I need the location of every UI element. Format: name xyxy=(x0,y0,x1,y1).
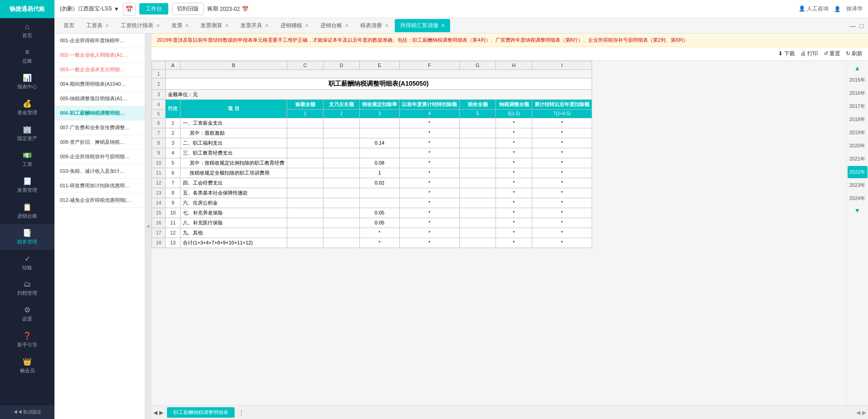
data-cell[interactable]: * xyxy=(400,188,460,198)
data-cell[interactable]: * xyxy=(496,208,532,218)
year-item-2021[interactable]: 2021年 xyxy=(848,153,868,165)
data-cell[interactable]: * xyxy=(532,128,592,138)
tab-salary-stats[interactable]: 工资统计报表 ✕ xyxy=(115,19,165,32)
sidebar-item-archive[interactable]: 🗂 归档管理 xyxy=(0,276,54,301)
spreadsheet-main[interactable]: A B C D E F G H I xyxy=(152,61,846,406)
data-cell[interactable] xyxy=(360,118,400,128)
sidebar-item-guide[interactable]: ❓ 新手引导 xyxy=(0,327,54,353)
data-cell[interactable] xyxy=(324,238,360,248)
data-cell[interactable]: * xyxy=(532,218,592,228)
data-cell[interactable] xyxy=(460,228,496,238)
data-cell[interactable]: * xyxy=(496,188,532,198)
data-cell[interactable]: * xyxy=(400,208,460,218)
data-cell[interactable]: * xyxy=(496,118,532,128)
data-cell[interactable] xyxy=(324,148,360,158)
sidebar-item-invoice[interactable]: 🧾 发票管理 xyxy=(0,172,54,198)
data-cell[interactable] xyxy=(460,208,496,218)
data-cell[interactable]: * xyxy=(360,238,400,248)
tab-close-icon[interactable]: ✕ xyxy=(185,23,189,28)
tab-tax-list[interactable]: 税表清册 ✕ xyxy=(355,19,394,32)
data-cell[interactable]: * xyxy=(496,158,532,168)
year-item-2019[interactable]: 2019年 xyxy=(848,127,868,139)
data-cell[interactable]: * xyxy=(532,138,592,148)
data-cell[interactable] xyxy=(287,168,324,178)
refresh-button[interactable]: ↻ 刷新 xyxy=(846,50,863,58)
tab-income-tax[interactable]: 所得税汇算清缴 ✕ xyxy=(395,19,450,32)
data-cell[interactable]: * xyxy=(532,208,592,218)
data-cell[interactable] xyxy=(460,138,496,148)
data-cell[interactable]: * xyxy=(532,118,592,128)
data-cell[interactable]: * xyxy=(496,228,532,238)
data-cell[interactable]: * xyxy=(496,168,532,178)
tab-close-icon[interactable]: ✕ xyxy=(385,23,388,28)
data-cell[interactable]: * xyxy=(400,138,460,148)
data-cell[interactable] xyxy=(324,118,360,128)
year-item-2023[interactable]: 2023年 xyxy=(848,179,868,191)
calendar-icon-btn[interactable]: 📅 xyxy=(123,3,136,15)
data-cell[interactable] xyxy=(460,218,496,228)
year-item-2018[interactable]: 2018年 xyxy=(848,113,868,126)
left-panel-item-003[interactable]: 003-一般企业成本支出明细… xyxy=(54,63,145,77)
download-button[interactable]: ⬇ 下载 xyxy=(778,50,795,58)
tab-close-icon[interactable]: ✕ xyxy=(305,23,309,28)
left-panel-item-005[interactable]: 005-纳税调整项目明细表(A1… xyxy=(54,92,145,106)
data-cell[interactable]: * xyxy=(360,228,400,238)
data-cell[interactable]: 1 xyxy=(360,168,400,178)
data-cell[interactable]: * xyxy=(532,158,592,168)
tab-close-icon[interactable]: ✕ xyxy=(441,23,445,28)
data-cell[interactable]: * xyxy=(496,198,532,208)
data-cell[interactable] xyxy=(460,118,496,128)
maximize-button[interactable]: □ xyxy=(859,21,864,30)
data-cell[interactable]: 0.08 xyxy=(360,158,400,168)
data-cell[interactable] xyxy=(287,238,324,248)
data-cell[interactable] xyxy=(287,218,324,228)
tab-invoice[interactable]: 发票 ✕ xyxy=(166,19,194,32)
sidebar-item-close[interactable]: ✓ 结账 xyxy=(0,250,54,276)
data-cell[interactable]: * xyxy=(400,228,460,238)
data-cell[interactable] xyxy=(287,208,324,218)
data-cell[interactable]: * xyxy=(400,148,460,158)
tab-purchase-ledger[interactable]: 进销台账 ✕ xyxy=(315,19,354,32)
data-cell[interactable]: * xyxy=(400,178,460,188)
left-panel-item-007[interactable]: 007-广告费和业务宣传费调整… xyxy=(54,121,145,135)
data-cell[interactable] xyxy=(460,168,496,178)
sidebar-item-home[interactable]: ⌂ 首页 xyxy=(0,18,54,44)
left-panel-item-011[interactable]: 011-研发费用加计扣除优惠明… xyxy=(54,179,145,193)
data-cell[interactable]: * xyxy=(496,238,532,248)
sidebar-item-salary[interactable]: 💵 工资 xyxy=(0,146,54,172)
data-cell[interactable] xyxy=(287,188,324,198)
data-cell[interactable] xyxy=(460,238,496,248)
data-cell[interactable]: * xyxy=(532,198,592,208)
data-cell[interactable] xyxy=(287,228,324,238)
data-cell[interactable]: 0.05 xyxy=(360,208,400,218)
year-item-2020[interactable]: 2020年 xyxy=(848,140,868,152)
reset-button[interactable]: ↺ 重置 xyxy=(824,50,840,58)
data-cell[interactable] xyxy=(360,188,400,198)
tab-close-icon[interactable]: ✕ xyxy=(345,23,348,28)
data-cell[interactable]: * xyxy=(400,168,460,178)
data-cell[interactable]: 0.14 xyxy=(360,138,400,148)
left-panel-item-009[interactable]: 009-企业所得税弥补亏损明细… xyxy=(54,150,145,164)
data-cell[interactable]: * xyxy=(532,188,592,198)
data-cell[interactable] xyxy=(324,128,360,138)
data-cell[interactable] xyxy=(287,138,324,148)
work-bench-button[interactable]: 工作台 xyxy=(139,3,168,15)
tab-close-icon[interactable]: ✕ xyxy=(105,23,109,28)
year-item-2024[interactable]: 2024年 xyxy=(848,192,868,205)
data-cell[interactable]: * xyxy=(532,178,592,188)
year-nav-down[interactable]: ▼ xyxy=(853,205,863,216)
data-cell[interactable] xyxy=(360,128,400,138)
data-cell[interactable]: * xyxy=(496,128,532,138)
tab-invoice-issue[interactable]: 发票开具 ✕ xyxy=(235,19,274,32)
sidebar-item-finance[interactable]: 💰 资金管理 xyxy=(0,95,54,121)
sheet-nav-left[interactable]: ◀ xyxy=(153,409,157,416)
data-cell[interactable]: * xyxy=(400,158,460,168)
tab-invoice-calc[interactable]: 发票测算 ✕ xyxy=(195,19,234,32)
cancel-fixed-button[interactable]: ◀◀ 取消固定 xyxy=(0,405,54,419)
left-panel-item-012[interactable]: 012-减免企业所得税优惠明细(… xyxy=(54,193,145,208)
data-cell[interactable]: * xyxy=(400,198,460,208)
scroll-left-icon[interactable]: ◀ xyxy=(856,409,860,416)
data-cell[interactable]: * xyxy=(532,148,592,158)
data-cell[interactable] xyxy=(460,148,496,158)
year-item-2016[interactable]: 2016年 xyxy=(848,87,868,99)
